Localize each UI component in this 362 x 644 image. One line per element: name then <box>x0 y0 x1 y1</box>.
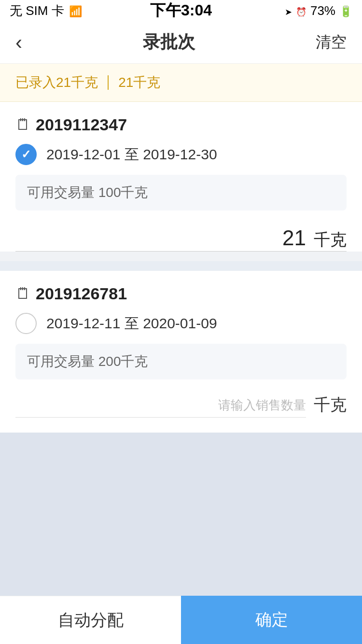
batch-2-quantity-input[interactable] <box>171 395 306 413</box>
carrier-label: 无 SIM 卡 <box>10 2 64 19</box>
recorded-amount-value: 21千克 <box>118 73 160 92</box>
batch-2-avail: 可用交易量 200千克 <box>15 344 347 379</box>
batch-1-value-row: 21 千克 <box>0 220 362 251</box>
batch-2-avail-text: 可用交易量 200千克 <box>27 354 148 369</box>
batch-1-date-range: 2019-12-01 至 2019-12-30 <box>46 145 217 165</box>
info-banner: 已录入21千克 21千克 <box>0 64 362 102</box>
status-time: 下午3:04 <box>150 0 212 21</box>
batch-2-card: 🗒 2019126781 2019-12-11 至 2020-01-09 可用交… <box>0 271 362 433</box>
status-bar: 无 SIM 卡 下午3:04 73% <box>0 0 362 21</box>
batch-1-quantity: 21 <box>282 226 306 250</box>
batch-2-radio[interactable] <box>15 313 37 334</box>
batch-1-id: 2019112347 <box>36 115 127 134</box>
page-title: 录批次 <box>143 30 195 54</box>
batch-1-header: 🗒 2019112347 <box>0 102 362 139</box>
status-right: 73% <box>285 3 352 18</box>
auto-distribute-button[interactable]: 自动分配 <box>0 596 181 644</box>
batch-2-unit: 千克 <box>314 394 347 419</box>
recorded-amount-label: 已录入21千克 <box>15 73 98 92</box>
wifi-icon <box>69 3 82 18</box>
batch-1-select-row[interactable]: 2019-12-01 至 2019-12-30 <box>0 139 362 170</box>
batch-1-unit: 千克 <box>314 229 347 251</box>
bottom-bar: 自动分配 确定 <box>0 596 362 644</box>
batch-2-id: 2019126781 <box>36 284 127 303</box>
batch-2-header: 🗒 2019126781 <box>0 271 362 308</box>
batch-2-date-range: 2019-12-11 至 2020-01-09 <box>46 314 217 334</box>
back-button[interactable]: ‹ <box>15 31 22 54</box>
battery-percent: 73% <box>310 3 335 18</box>
location-icon <box>285 3 292 18</box>
batch-1-avail: 可用交易量 100千克 <box>15 175 347 210</box>
batch-2-select-row[interactable]: 2019-12-11 至 2020-01-09 <box>0 308 362 339</box>
banner-divider <box>108 75 109 90</box>
batch-1-icon: 🗒 <box>15 116 31 134</box>
section-divider-1 <box>0 261 362 271</box>
batch-1-card: 🗒 2019112347 2019-12-01 至 2019-12-30 可用交… <box>0 102 362 252</box>
batch-1-avail-text: 可用交易量 100千克 <box>27 185 148 200</box>
batch-1-radio[interactable] <box>15 144 37 165</box>
nav-bar: ‹ 录批次 清空 <box>0 21 362 64</box>
battery-icon <box>339 3 352 18</box>
alarm-icon <box>296 3 306 18</box>
status-left: 无 SIM 卡 <box>10 2 82 19</box>
batch-1-underline <box>15 251 347 252</box>
confirm-button[interactable]: 确定 <box>181 596 362 644</box>
gray-area <box>0 433 362 616</box>
clear-button[interactable]: 清空 <box>316 32 347 53</box>
batch-2-icon: 🗒 <box>15 285 31 303</box>
